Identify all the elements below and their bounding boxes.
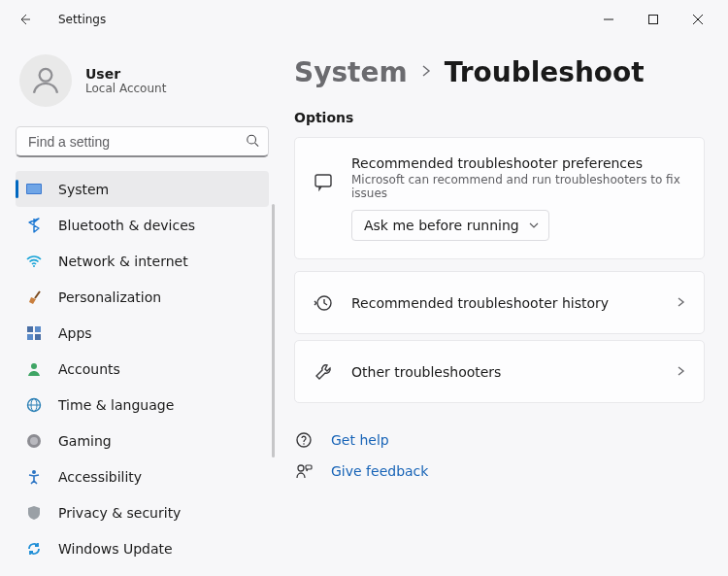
feedback-icon [294,461,314,481]
back-arrow-icon [17,12,33,27]
sidebar-item-label: Accessibility [58,469,142,485]
close-icon [693,15,703,24]
maximize-button[interactable] [631,4,676,35]
section-heading-options: Options [294,110,705,125]
svg-rect-0 [649,16,658,24]
sidebar-item-personalization[interactable]: Personalization [16,279,269,315]
avatar [19,54,72,107]
sidebar-item-label: Privacy & security [58,505,181,521]
other-troubleshooters-card[interactable]: Other troubleshooters [294,340,705,403]
recommended-preferences-card: Recommended troubleshooter preferences M… [294,137,705,259]
breadcrumb-root[interactable]: System [294,56,408,88]
pref-card-subtitle: Microsoft can recommend and run troubles… [351,173,686,200]
titlebar: Settings [0,0,728,39]
svg-rect-9 [35,334,41,340]
svg-rect-7 [35,326,41,332]
sidebar-scrollbar[interactable] [272,204,275,566]
close-button[interactable] [676,4,720,35]
sidebar-item-label: Network & internet [58,254,188,269]
sidebar-item-label: Apps [58,325,92,341]
globe-icon [25,396,43,414]
sidebar-item-label: System [58,182,109,197]
gaming-icon [25,432,43,450]
sidebar-item-label: Windows Update [58,541,173,557]
minimize-icon [604,15,613,24]
svg-point-14 [30,437,38,445]
pref-card-title: Recommended troubleshooter preferences [351,155,686,171]
history-icon [313,292,334,314]
user-subtitle: Local Account [85,82,166,95]
other-card-title: Other troubleshooters [351,364,657,380]
feedback-row: Give feedback [294,456,705,487]
history-card-title: Recommended troubleshooter history [351,295,657,311]
breadcrumb: System Troubleshoot [294,56,705,88]
accessibility-icon [25,468,43,486]
svg-point-20 [298,465,304,471]
sidebar-item-apps[interactable]: Apps [16,315,269,351]
bluetooth-icon [25,217,43,234]
chevron-right-icon [675,295,686,311]
avatar-icon [29,64,62,97]
sidebar-item-label: Accounts [58,361,120,377]
svg-point-10 [31,363,37,369]
sidebar-item-time-language[interactable]: Time & language [16,387,269,423]
sidebar-item-accounts[interactable]: Accounts [16,351,269,387]
sidebar-nav: System Bluetooth & devices Network & int… [16,171,269,566]
help-icon [294,430,314,450]
sidebar-item-label: Bluetooth & devices [58,218,195,233]
sidebar-item-label: Time & language [58,397,174,413]
display-icon [25,181,43,198]
wifi-icon [25,253,43,270]
main-content: System Troubleshoot Options Recommended … [277,39,728,576]
pref-dropdown-value: Ask me before running [364,218,519,233]
shield-icon [25,504,43,522]
person-icon [25,360,43,378]
search-wrap [16,126,269,157]
svg-rect-16 [315,175,331,186]
apps-icon [25,324,43,342]
sidebar-item-system[interactable]: System [16,171,269,207]
wrench-icon [313,361,334,383]
svg-point-5 [33,265,35,267]
svg-rect-4 [27,185,41,193]
get-help-row: Get help [294,424,705,456]
get-help-link[interactable]: Get help [331,432,389,448]
user-block[interactable]: User Local Account [16,49,269,126]
chat-icon [313,171,334,192]
svg-point-19 [303,443,305,445]
update-icon [25,540,43,558]
window-title: Settings [58,13,106,26]
sidebar-item-label: Gaming [58,433,112,449]
window-controls [586,4,720,35]
chevron-right-icon [419,64,433,81]
sidebar-scrollbar-thumb[interactable] [272,204,275,457]
user-name: User [85,66,166,82]
svg-point-15 [32,470,36,474]
svg-rect-8 [27,334,33,340]
back-button[interactable] [8,2,43,37]
history-card[interactable]: Recommended troubleshooter history [294,271,705,334]
breadcrumb-current: Troubleshoot [445,56,645,88]
svg-point-1 [40,69,52,82]
svg-rect-6 [27,326,33,332]
maximize-icon [648,15,658,24]
minimize-button[interactable] [586,4,631,35]
search-input[interactable] [16,126,269,157]
pref-dropdown[interactable]: Ask me before running [351,210,549,241]
sidebar-item-network[interactable]: Network & internet [16,243,269,279]
sidebar-item-gaming[interactable]: Gaming [16,423,269,458]
give-feedback-link[interactable]: Give feedback [331,463,428,479]
brush-icon [25,288,43,306]
svg-rect-21 [306,465,312,469]
sidebar-item-accessibility[interactable]: Accessibility [16,458,269,494]
sidebar-item-privacy[interactable]: Privacy & security [16,494,269,530]
sidebar-item-label: Personalization [58,289,161,305]
sidebar: User Local Account System Bluetooth & de… [0,39,277,576]
chevron-right-icon [675,364,686,380]
sidebar-item-windows-update[interactable]: Windows Update [16,530,269,566]
sidebar-item-bluetooth[interactable]: Bluetooth & devices [16,207,269,243]
chevron-down-icon [529,218,539,233]
